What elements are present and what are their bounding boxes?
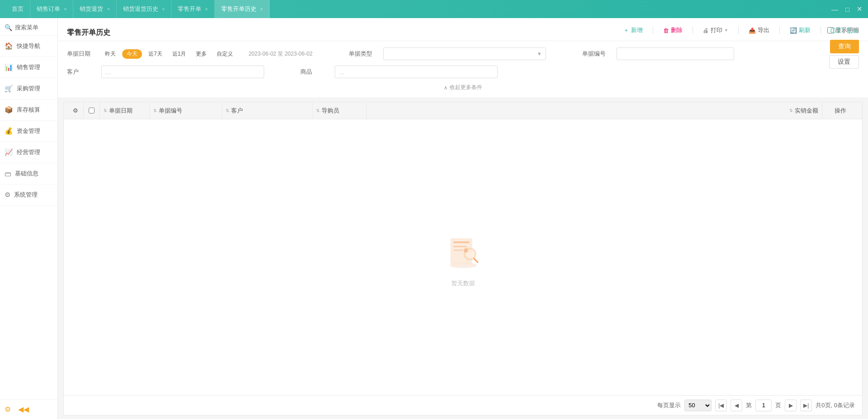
date-btn-today[interactable]: 今天: [122, 49, 142, 59]
th-customer-sort-icon[interactable]: ⇅: [226, 108, 229, 113]
id-filter-input[interactable]: [617, 47, 734, 60]
tab-sales-order[interactable]: 销售订单 ×: [30, 0, 73, 18]
per-page-label: 每页显示: [657, 401, 681, 410]
export-label: 导出: [758, 26, 769, 34]
svg-rect-2: [453, 241, 470, 243]
sidebar-item-quick-nav-label: 快捷导航: [17, 42, 40, 50]
show-detail-label: 显示明细: [835, 26, 859, 34]
show-detail-checkbox[interactable]: 显示明细: [827, 26, 859, 34]
th-customer: ⇅ 客户: [222, 102, 313, 119]
select-all-checkbox[interactable]: [89, 108, 95, 113]
first-page-button[interactable]: |◀: [715, 400, 727, 411]
tab-return-label: 销货退货: [80, 5, 103, 13]
query-button[interactable]: 查询: [830, 40, 859, 53]
collapse-up-icon: ∧: [444, 85, 448, 91]
add-label: 新增: [631, 26, 643, 34]
window-maximize-icon[interactable]: □: [845, 5, 849, 13]
filter-panel: 单据日期 昨天 今天 近7天 近1月 更多 自定义 2023-06-02 至 2…: [58, 41, 868, 98]
sidebar-search[interactable]: 🔍 搜索菜单: [0, 18, 57, 36]
tab-retail-history-close[interactable]: ×: [260, 6, 263, 12]
top-bar: 首页 销售订单 × 销货退货 × 销货退货历史 × 零售开单 × 零售开单历史 …: [0, 0, 868, 18]
collapse-filter-button[interactable]: ∧ 收起更多条件: [67, 84, 859, 91]
delete-button[interactable]: 🗑 删除: [659, 24, 686, 36]
type-filter-label: 单据类型: [349, 50, 374, 58]
th-amount-sort-icon[interactable]: ⇅: [789, 108, 793, 113]
page-title: 零售开单历史: [67, 28, 110, 38]
window-minimize-icon[interactable]: —: [831, 5, 838, 13]
filter-settings-button[interactable]: 设置: [829, 55, 859, 69]
th-amount-label: 实销金额: [795, 107, 818, 115]
date-btn-custom[interactable]: 自定义: [213, 49, 237, 59]
th-sno-sort-icon[interactable]: ⇅: [153, 108, 157, 113]
customer-select[interactable]: …: [101, 66, 264, 78]
collapse-sidebar-icon[interactable]: ◀◀: [18, 405, 29, 414]
delete-icon: 🗑: [663, 27, 669, 34]
date-btn-1month[interactable]: 近1月: [169, 49, 190, 59]
add-button[interactable]: ＋ 新增: [620, 24, 646, 36]
type-select[interactable]: ▼: [383, 47, 546, 60]
empty-text: 暂无数据: [451, 279, 475, 287]
add-icon: ＋: [623, 26, 629, 34]
table-settings-icon[interactable]: ⚙: [67, 102, 84, 119]
next-page-button[interactable]: ▶: [785, 400, 797, 411]
toolbar-divider-3: [738, 27, 739, 34]
sidebar-item-finance-label: 资金管理: [17, 127, 40, 135]
tab-return[interactable]: 销货退货 ×: [73, 0, 116, 18]
per-page-select[interactable]: 50 20 100: [684, 400, 711, 411]
print-button[interactable]: 🖨 打印 ▼: [699, 24, 732, 36]
tab-return-history-close[interactable]: ×: [162, 6, 165, 12]
tab-retail-order[interactable]: 零售开单 ×: [171, 0, 214, 18]
page-number-input[interactable]: [755, 400, 772, 411]
sidebar-item-basic-info[interactable]: 🗃 基础信息: [0, 163, 57, 184]
settings-bottom-icon[interactable]: ⚙: [5, 405, 11, 414]
collapse-filter-label: 收起更多条件: [450, 84, 482, 91]
date-btn-more[interactable]: 更多: [192, 49, 210, 59]
filter-row-date: 单据日期 昨天 今天 近7天 近1月 更多 自定义 2023-06-02 至 2…: [67, 47, 859, 60]
page-header: 零售开单历史 ＋ 新增 🗑 删除 🖨 打印 ▼: [58, 18, 868, 41]
tab-sales-order-close[interactable]: ×: [64, 6, 66, 12]
sidebar-item-purchase[interactable]: 🛒 采购管理: [0, 78, 57, 99]
print-label: 打印: [711, 26, 722, 34]
finance-icon: 💰: [5, 127, 13, 135]
print-icon: 🖨: [703, 27, 709, 34]
table-select-all[interactable]: [84, 102, 100, 119]
home-icon: 🏠: [5, 42, 13, 50]
sidebar-item-finance[interactable]: 💰 资金管理: [0, 121, 57, 142]
tab-return-close[interactable]: ×: [107, 6, 109, 12]
sidebar-search-label: 搜索菜单: [15, 24, 38, 32]
delete-label: 删除: [671, 26, 683, 34]
th-date: ⇅ 单据日期: [100, 102, 150, 119]
table-header: ⚙ ⇅ 单据日期 ⇅ 单据编号 ⇅ 客户 ⇅ 导购员: [64, 102, 862, 119]
goods-dots: …: [339, 69, 346, 75]
customer-dots: …: [105, 69, 112, 75]
tab-home-label: 首页: [12, 5, 24, 13]
refresh-button[interactable]: 🔄 刷新: [786, 24, 814, 36]
tab-home[interactable]: 首页: [5, 0, 30, 18]
system-icon: ⚙: [5, 191, 10, 199]
sidebar-item-inventory[interactable]: 📦 库存核算: [0, 99, 57, 121]
type-select-arrow: ▼: [537, 51, 542, 56]
tab-retail-order-close[interactable]: ×: [205, 6, 208, 12]
prev-page-button[interactable]: ◀: [730, 400, 742, 411]
sidebar-item-system[interactable]: ⚙ 系统管理: [0, 184, 57, 206]
goods-select[interactable]: …: [335, 66, 498, 78]
operations-icon: 📈: [5, 148, 13, 156]
sidebar-item-quick-nav[interactable]: 🏠 快捷导航: [0, 36, 57, 57]
window-close-icon[interactable]: ✕: [857, 5, 863, 13]
tab-return-history[interactable]: 销货退货历史 ×: [117, 0, 171, 18]
goods-filter-label: 商品: [300, 68, 326, 76]
last-page-button[interactable]: ▶|: [800, 400, 812, 411]
sidebar-item-operations[interactable]: 📈 经营管理: [0, 142, 57, 163]
th-sno-label: 单据编号: [159, 107, 182, 115]
export-button[interactable]: 📤 导出: [745, 24, 773, 36]
date-btn-7days[interactable]: 近7天: [145, 49, 166, 59]
date-btn-yesterday[interactable]: 昨天: [101, 49, 119, 59]
th-guide: ⇅ 导购员: [313, 102, 367, 119]
sidebar-item-sales[interactable]: 📊 销售管理: [0, 57, 57, 78]
tab-sales-order-label: 销售订单: [37, 5, 60, 13]
show-detail-input[interactable]: [827, 27, 834, 33]
tab-retail-history-label: 零售开单历史: [221, 5, 256, 13]
th-sort-icon[interactable]: ⇅: [104, 108, 107, 113]
th-guide-sort-icon[interactable]: ⇅: [316, 108, 320, 113]
tab-retail-history[interactable]: 零售开单历史 ×: [215, 0, 270, 18]
